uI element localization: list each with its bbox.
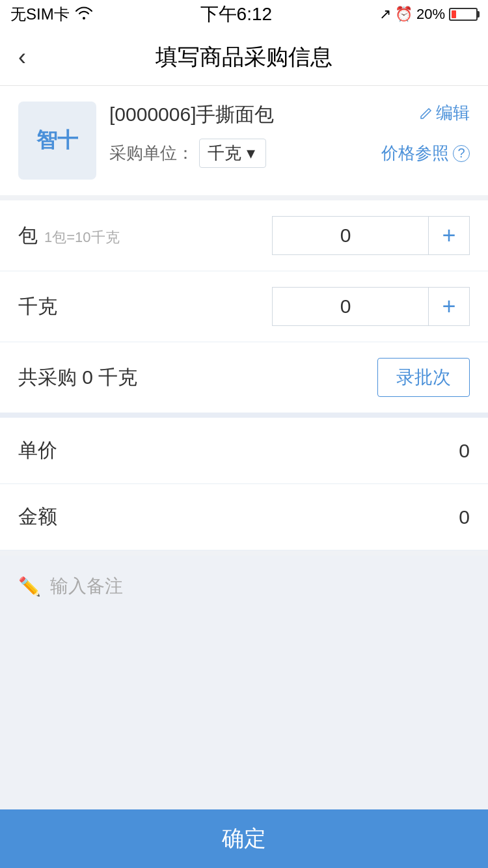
page-title: 填写商品采购信息 bbox=[156, 42, 332, 72]
product-logo: 智十 bbox=[36, 126, 78, 155]
nav-bar: ‹ 填写商品采购信息 bbox=[0, 29, 488, 86]
amount-label: 金额 bbox=[18, 504, 57, 530]
unit-label: 采购单位： bbox=[109, 142, 194, 165]
wifi-icon bbox=[75, 5, 93, 23]
product-image: 智十 bbox=[18, 102, 96, 180]
back-button[interactable]: ‹ bbox=[18, 44, 26, 71]
note-placeholder: 输入备注 bbox=[50, 574, 123, 599]
status-right: ↗ ⏰ 20% bbox=[379, 6, 478, 23]
summary-row: 共采购 0 千克 录批次 bbox=[0, 342, 488, 418]
bao-plus-button[interactable]: + bbox=[428, 216, 470, 255]
bao-input[interactable] bbox=[272, 216, 428, 255]
bao-label: 包 1包=10千克 bbox=[18, 223, 120, 249]
chevron-down-icon: ▾ bbox=[247, 143, 255, 163]
battery-percent: 20% bbox=[416, 6, 445, 23]
product-info: [0000006]手撕面包 编辑 采购单位： 千克 ▾ 价格参照 ? bbox=[109, 102, 470, 168]
location-icon: ↗ bbox=[379, 6, 391, 23]
product-name: [0000006]手撕面包 bbox=[109, 102, 274, 128]
note-section[interactable]: ✏️ 输入备注 bbox=[0, 556, 488, 617]
bao-input-right: + bbox=[272, 216, 470, 255]
detail-section: 单价 0 金额 0 bbox=[0, 418, 488, 550]
input-section: 包 1包=10千克 + 千克 + bbox=[0, 200, 488, 342]
kg-label: 千克 bbox=[18, 293, 57, 320]
kg-input[interactable] bbox=[272, 287, 428, 326]
alarm-icon: ⏰ bbox=[395, 6, 413, 23]
battery-icon bbox=[449, 8, 478, 21]
price-label: 单价 bbox=[18, 437, 57, 464]
pencil-icon: ✏️ bbox=[18, 576, 41, 597]
bao-input-row: 包 1包=10千克 + bbox=[0, 200, 488, 271]
batch-button[interactable]: 录批次 bbox=[377, 358, 470, 397]
status-bar: 无SIM卡 下午6:12 ↗ ⏰ 20% bbox=[0, 0, 488, 29]
price-value: 0 bbox=[459, 440, 470, 462]
kg-plus-button[interactable]: + bbox=[428, 287, 470, 326]
product-info-top: [0000006]手撕面包 编辑 bbox=[109, 102, 470, 128]
product-unit-row: 采购单位： 千克 ▾ 价格参照 ? bbox=[109, 139, 470, 168]
status-time: 下午6:12 bbox=[200, 2, 273, 27]
help-icon: ? bbox=[453, 145, 470, 162]
price-ref-button[interactable]: 价格参照 ? bbox=[381, 142, 470, 165]
kg-input-right: + bbox=[272, 287, 470, 326]
carrier-text: 无SIM卡 bbox=[10, 4, 70, 25]
bao-hint: 1包=10千克 bbox=[44, 228, 120, 247]
amount-value: 0 bbox=[459, 506, 470, 528]
summary-text: 共采购 0 千克 bbox=[18, 364, 137, 391]
status-left: 无SIM卡 bbox=[10, 4, 93, 25]
price-row: 单价 0 bbox=[0, 418, 488, 484]
amount-row: 金额 0 bbox=[0, 484, 488, 550]
confirm-button[interactable]: 确定 bbox=[0, 809, 488, 868]
edit-button[interactable]: 编辑 bbox=[419, 102, 470, 124]
product-card: 智十 [0000006]手撕面包 编辑 采购单位： 千克 ▾ 价格参照 ? bbox=[0, 86, 488, 200]
unit-select[interactable]: 千克 ▾ bbox=[199, 139, 266, 168]
kg-input-row: 千克 + bbox=[0, 271, 488, 342]
